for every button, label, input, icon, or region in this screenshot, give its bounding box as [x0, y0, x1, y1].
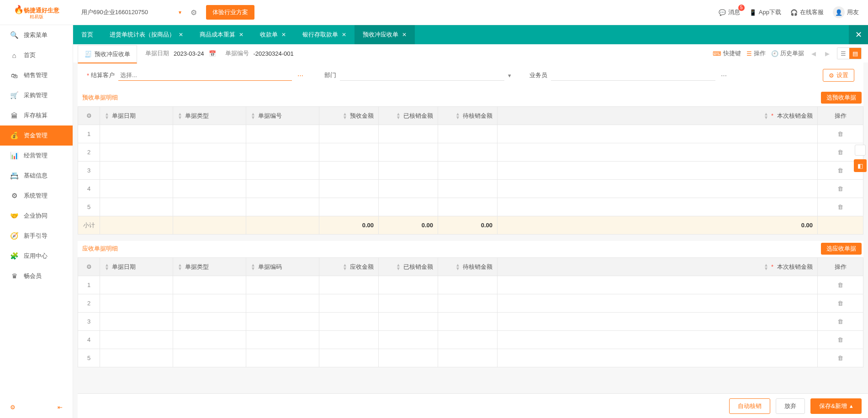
chevron-down-icon[interactable]: ▾: [508, 72, 511, 79]
next-icon[interactable]: ▶: [823, 50, 831, 57]
tab-3[interactable]: 收款单✕: [252, 25, 294, 44]
delete-icon[interactable]: 🗑: [837, 300, 843, 307]
col-date[interactable]: ▲▼单据日期: [100, 258, 173, 276]
sidebar-item-8[interactable]: ⚙系统管理: [0, 186, 73, 206]
sidebar-item-11[interactable]: 🧩应用中心: [0, 246, 73, 266]
history-link[interactable]: 🕘历史单据: [771, 49, 804, 57]
close-icon[interactable]: ✕: [239, 31, 243, 38]
app-download-link[interactable]: 📱 App下载: [749, 8, 781, 16]
table-row[interactable]: 5🗑: [78, 349, 863, 367]
close-icon[interactable]: ✕: [402, 31, 407, 38]
gear-column[interactable]: ⚙: [78, 258, 100, 276]
user-menu[interactable]: 👤 用友: [833, 6, 859, 18]
delete-icon[interactable]: 🗑: [837, 336, 843, 343]
table-row[interactable]: 1🗑: [78, 276, 863, 294]
table-row[interactable]: 4🗑: [78, 331, 863, 349]
table-row[interactable]: 4🗑: [78, 180, 863, 198]
sidebar-item-6[interactable]: 📊经营管理: [0, 146, 73, 166]
delete-icon[interactable]: 🗑: [837, 149, 843, 156]
chevron-up-icon: ▴: [850, 402, 853, 409]
delete-icon[interactable]: 🗑: [837, 318, 843, 325]
col-prepay-amount[interactable]: ▲▼预收金额: [319, 107, 379, 125]
sidebar-label: 畅会员: [24, 272, 42, 280]
sidebar-item-4[interactable]: 🏛库存核算: [0, 105, 73, 125]
table-row[interactable]: 2🗑: [78, 143, 863, 162]
col-this-writeoff[interactable]: ▲▼*本次核销金额: [498, 107, 818, 125]
delete-icon[interactable]: 🗑: [837, 131, 843, 137]
sidebar-item-0[interactable]: 🔍搜索菜单: [0, 25, 73, 45]
rail-highlight-icon[interactable]: ◧: [854, 159, 867, 172]
table-row[interactable]: 1🗑: [78, 125, 863, 143]
sidebar-item-9[interactable]: 🤝企业协同: [0, 206, 73, 226]
close-icon[interactable]: ✕: [342, 31, 346, 38]
col-type[interactable]: ▲▼单据类型: [173, 258, 246, 276]
view-list-icon[interactable]: ☰: [837, 48, 849, 59]
operate-link[interactable]: ☰操作: [746, 49, 766, 57]
table-row[interactable]: 3🗑: [78, 313, 863, 331]
delete-icon[interactable]: 🗑: [837, 167, 843, 174]
col-pending[interactable]: ▲▼待核销金额: [438, 107, 498, 125]
sidebar-item-12[interactable]: ♛畅会员: [0, 266, 73, 286]
tab-5[interactable]: 预收冲应收单✕: [355, 25, 415, 44]
sidebar-item-1[interactable]: ⌂首页: [0, 45, 73, 65]
logo: 🔥畅捷通好生意 精易版: [0, 5, 73, 20]
online-service-link[interactable]: 🎧 在线客服: [790, 8, 824, 16]
company-select[interactable]: 用户690企业1660120750 ▾: [78, 5, 185, 20]
col-operate: 操作: [818, 107, 863, 125]
delete-icon[interactable]: 🗑: [837, 355, 843, 361]
tab-0[interactable]: 首页: [73, 25, 101, 44]
col-date[interactable]: ▲▼单据日期: [100, 107, 173, 125]
discard-button[interactable]: 放弃: [776, 398, 805, 414]
dept-input[interactable]: [340, 70, 504, 81]
sidebar-item-3[interactable]: 🛒采购管理: [0, 85, 73, 105]
delete-icon[interactable]: 🗑: [837, 282, 843, 288]
view-detail-icon[interactable]: ▤: [849, 48, 861, 59]
table-row[interactable]: 5🗑: [78, 198, 863, 216]
prev-icon[interactable]: ◀: [810, 50, 818, 57]
sidebar-item-2[interactable]: 🛍销售管理: [0, 65, 73, 85]
date-value[interactable]: 2023-03-24: [174, 50, 204, 57]
customer-more-icon[interactable]: ⋯: [296, 72, 306, 79]
col-code[interactable]: ▲▼单据编码: [246, 258, 319, 276]
col-written-off[interactable]: ▲▼已核销金额: [379, 258, 438, 276]
close-all-tabs[interactable]: ✕: [849, 25, 868, 44]
rail-item[interactable]: [855, 145, 866, 156]
close-icon[interactable]: ✕: [281, 31, 286, 38]
col-type[interactable]: ▲▼单据类型: [173, 107, 246, 125]
save-new-button[interactable]: 保存&新增▴: [810, 398, 862, 414]
col-this-writeoff[interactable]: ▲▼*本次核销金额: [498, 258, 818, 276]
settings-icon[interactable]: ⚙: [191, 8, 197, 17]
calendar-icon[interactable]: 📅: [209, 50, 216, 57]
delete-icon[interactable]: 🗑: [837, 185, 843, 192]
collapse-icon[interactable]: ⇤: [58, 404, 63, 411]
tab-2[interactable]: 商品成本重算✕: [191, 25, 252, 44]
tab-4[interactable]: 银行存取款单✕: [294, 25, 355, 44]
document-tab[interactable]: 🧾 预收冲应收单: [78, 45, 137, 63]
industry-plan-button[interactable]: 体验行业方案: [206, 5, 254, 20]
gear-column[interactable]: ⚙: [78, 107, 100, 125]
table-row[interactable]: 3🗑: [78, 162, 863, 180]
customer-input[interactable]: [118, 70, 292, 81]
sales-input[interactable]: [551, 70, 715, 81]
shortcut-link[interactable]: ⌨快捷键: [713, 49, 741, 57]
sidebar-item-10[interactable]: 🧭新手引导: [0, 226, 73, 246]
sidebar-label: 系统管理: [24, 192, 48, 200]
auto-writeoff-button[interactable]: 自动核销: [729, 398, 770, 414]
col-pending[interactable]: ▲▼待核销金额: [438, 258, 498, 276]
delete-icon[interactable]: 🗑: [837, 204, 843, 210]
col-written-off[interactable]: ▲▼已核销金额: [379, 107, 438, 125]
gear-icon[interactable]: ⚙: [10, 404, 16, 411]
table-row[interactable]: 2🗑: [78, 294, 863, 313]
select-receivable-button[interactable]: 选应收单据: [821, 243, 862, 255]
sidebar-item-7[interactable]: 📇基础信息: [0, 166, 73, 186]
col-receivable-amount[interactable]: ▲▼应收金额: [319, 258, 379, 276]
subtotal-pending: 0.00: [438, 216, 498, 235]
close-icon[interactable]: ✕: [179, 31, 183, 38]
col-code[interactable]: ▲▼单据编号: [246, 107, 319, 125]
select-prepay-button[interactable]: 选预收单据: [821, 92, 862, 104]
messages-link[interactable]: 💬 消息 5: [719, 8, 740, 16]
settings-button[interactable]: ⚙ 设置: [823, 69, 854, 82]
tab-1[interactable]: 进货单统计表（按商品）✕: [101, 25, 191, 44]
sales-more-icon[interactable]: ⋯: [719, 72, 730, 79]
sidebar-item-5[interactable]: 💰资金管理: [0, 125, 73, 146]
